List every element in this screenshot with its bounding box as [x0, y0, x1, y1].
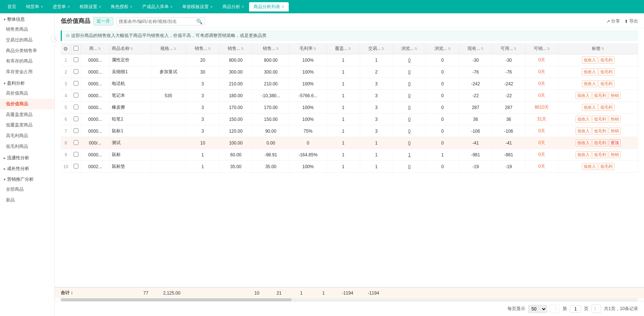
- view-link[interactable]: 0: [408, 164, 411, 169]
- row-checkbox-cell[interactable]: [71, 113, 81, 125]
- row-profitrate-cell: 100%: [289, 113, 327, 125]
- row-view1-cell[interactable]: 0: [393, 90, 426, 102]
- row-checkbox-cell[interactable]: [71, 66, 81, 78]
- footer-sale1: 77: [135, 290, 157, 296]
- row-checkbox-cell[interactable]: [71, 90, 81, 102]
- prev-page-button[interactable]: 〈: [550, 305, 560, 313]
- row-view1-cell[interactable]: 0: [393, 137, 426, 149]
- row-checkbox-cell[interactable]: [71, 125, 81, 137]
- sidebar-collapse-button[interactable]: 《: [51, 35, 57, 42]
- nav-close-icon[interactable]: ×: [242, 4, 244, 9]
- view-link[interactable]: 0: [408, 93, 411, 98]
- view-link[interactable]: 1: [408, 152, 411, 157]
- row-coverage-cell: 1: [327, 102, 360, 113]
- nav-product-warehouse[interactable]: 产成品入库单 ×: [138, 2, 177, 11]
- nav-product-analysis-list[interactable]: 商品分析列表 ×: [249, 2, 288, 11]
- nav-close-icon[interactable]: ×: [99, 4, 101, 9]
- sidebar-item-sales-products[interactable]: 销售类商品: [0, 24, 54, 35]
- view-link[interactable]: 0: [408, 58, 411, 63]
- sidebar-item-low-value[interactable]: 低价值商品: [0, 99, 54, 109]
- nav-close-icon[interactable]: ×: [210, 4, 212, 9]
- view-link[interactable]: 0: [408, 105, 411, 110]
- row-checkbox-cell[interactable]: [71, 137, 81, 149]
- date-filter-button[interactable]: 近一月: [93, 17, 113, 26]
- nav-close-icon[interactable]: ×: [170, 4, 172, 9]
- row-checkbox[interactable]: [74, 152, 78, 157]
- row-view1-cell[interactable]: 0: [393, 102, 426, 113]
- coverage-column-header: 覆盖...⇅: [327, 43, 360, 54]
- view-link[interactable]: 0: [408, 81, 411, 86]
- sidebar-item-new-products[interactable]: 新品: [0, 195, 54, 205]
- row-checkbox[interactable]: [74, 69, 78, 74]
- row-checkbox-cell[interactable]: [71, 78, 81, 90]
- sidebar-group-circulation[interactable]: ▸ 流通性分析: [0, 152, 54, 163]
- nav-close-icon[interactable]: ×: [41, 4, 43, 9]
- row-view1-cell[interactable]: 0: [393, 125, 426, 137]
- nav-role-auth[interactable]: 角色授权 ×: [106, 2, 137, 11]
- row-checkbox-cell[interactable]: [71, 102, 81, 113]
- row-checkbox-cell[interactable]: [71, 149, 81, 161]
- row-view1-cell[interactable]: 0: [393, 113, 426, 125]
- sidebar-item-category-rate[interactable]: 商品分类销售率: [0, 45, 54, 56]
- row-view1-cell[interactable]: 0: [393, 78, 426, 90]
- row-view1-cell[interactable]: 0: [393, 54, 426, 66]
- export-button[interactable]: ⬆ 导出: [624, 18, 638, 24]
- nav-template-settings[interactable]: 单据模板设置 ×: [178, 2, 217, 11]
- row-checkbox[interactable]: [74, 128, 78, 133]
- row-checkbox[interactable]: [74, 105, 78, 109]
- sidebar-item-high-coverage[interactable]: 高覆盖度商品: [0, 109, 54, 120]
- row-checkbox[interactable]: [74, 164, 78, 169]
- nav-close-icon[interactable]: ×: [130, 4, 132, 9]
- arrow-collapsed-icon: ▸: [4, 167, 6, 171]
- sidebar-item-low-margin[interactable]: 低毛利商品: [0, 141, 54, 152]
- row-name-cell: 吴细细1: [110, 66, 151, 78]
- sidebar-item-high-margin[interactable]: 高毛利商品: [0, 130, 54, 141]
- row-view1-cell[interactable]: 1: [393, 149, 426, 161]
- share-button[interactable]: ↗ 分享: [606, 18, 620, 24]
- search-input[interactable]: [119, 19, 195, 24]
- nav-sales-order[interactable]: 销货单 ×: [21, 2, 47, 11]
- row-checkbox[interactable]: [74, 93, 78, 98]
- next-page-button[interactable]: 〉: [591, 305, 601, 313]
- sidebar-item-low-coverage[interactable]: 低覆盖度商品: [0, 120, 54, 130]
- checkbox-column-header[interactable]: [71, 43, 81, 54]
- nav-close-icon[interactable]: ×: [282, 4, 284, 9]
- nav-permission[interactable]: 权限设置 ×: [75, 2, 105, 11]
- sidebar-group-profit[interactable]: ▾ 盈利分析: [0, 77, 54, 88]
- sidebar-item-stock-capital[interactable]: 库存资金占用: [0, 67, 54, 77]
- sidebar-item-all-products[interactable]: 全部商品: [0, 184, 54, 195]
- settings-column-header[interactable]: ⚙: [61, 43, 71, 54]
- gear-icon[interactable]: ⚙: [63, 46, 68, 52]
- row-sale2-cell: 170.00: [219, 102, 252, 113]
- sidebar-item-stock-products[interactable]: 有库存的商品: [0, 56, 54, 67]
- view-link[interactable]: 0: [408, 117, 411, 122]
- row-checkbox-cell[interactable]: [71, 161, 81, 173]
- nav-close-icon[interactable]: ×: [67, 4, 70, 9]
- row-checkbox[interactable]: [74, 81, 78, 86]
- row-tags-cell: 低收入低毛利热销: [558, 90, 638, 102]
- row-checkbox-cell[interactable]: [71, 54, 81, 66]
- page-input[interactable]: [570, 305, 581, 313]
- select-all-checkbox[interactable]: [74, 46, 78, 51]
- search-icon[interactable]: 🔍: [196, 18, 202, 24]
- row-view1-cell[interactable]: 0: [393, 66, 426, 78]
- sidebar-item-high-value[interactable]: 高价值商品: [0, 88, 54, 99]
- sidebar-group-growth[interactable]: ▸ 成长性分析: [0, 163, 54, 173]
- row-checkbox[interactable]: [74, 57, 78, 62]
- nav-purchase-order[interactable]: 进货单 ×: [48, 2, 74, 11]
- row-tags-cell: 低收入低毛利热销: [558, 113, 638, 125]
- view-link[interactable]: 0: [408, 129, 411, 134]
- per-page-select[interactable]: 50 100 200: [528, 305, 547, 313]
- nav-product-analysis[interactable]: 商品分析 ×: [218, 2, 248, 11]
- row-view1-cell[interactable]: 0: [393, 161, 426, 173]
- sidebar-group-overview[interactable]: ▾ 整体信息: [0, 13, 54, 24]
- row-checkbox[interactable]: [74, 116, 78, 121]
- view-link[interactable]: 0: [408, 69, 411, 75]
- sidebar-item-traded-products[interactable]: 交易过的商品: [0, 35, 54, 45]
- view-link[interactable]: 0: [408, 140, 411, 146]
- nav-home[interactable]: 首页: [3, 2, 21, 11]
- tag-label: 低毛利: [598, 57, 614, 64]
- row-checkbox[interactable]: [74, 140, 78, 145]
- sidebar-group-marketing[interactable]: ▾ 营销推广分析: [0, 173, 54, 184]
- row-sale1-cell: 20: [186, 54, 219, 66]
